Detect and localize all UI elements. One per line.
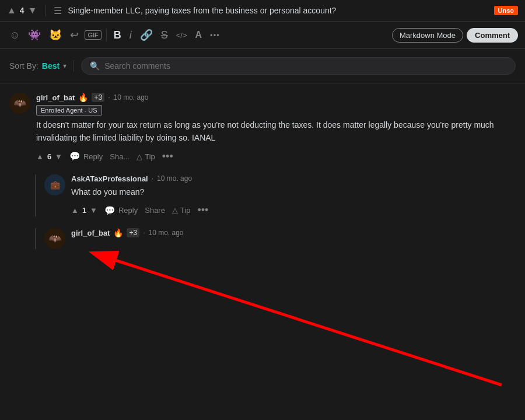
tip-icon: △: [136, 152, 142, 161]
third-avatar: 🦇: [44, 228, 65, 249]
reply-icon: 💬: [69, 151, 80, 162]
karma-badge: +3: [92, 93, 104, 102]
nested-separator: ·: [152, 174, 153, 183]
nested-username[interactable]: AskATaxProfessional: [71, 174, 148, 183]
tip-button[interactable]: △ Tip: [136, 152, 155, 161]
nested-vote-count: 1: [82, 206, 86, 215]
comment-actions: ▲ 6 ▼ 💬 Reply Sha... △ Tip •••: [36, 150, 516, 163]
reply-button[interactable]: 💬 Reply: [69, 151, 103, 162]
nested-upvote-icon[interactable]: ▲: [71, 206, 79, 215]
nested-comment-body: AskATaxProfessional · 10 mo. ago What do…: [71, 174, 516, 216]
third-timestamp: 10 mo. ago: [149, 229, 184, 237]
nested-vote-control: ▲ 1 ▼: [71, 206, 97, 215]
vote-control: ▲ 6 ▼: [36, 152, 62, 161]
comment-time: 10 mo. ago: [114, 93, 149, 102]
search-input[interactable]: [104, 61, 507, 71]
nested-reply-label: Reply: [118, 206, 138, 215]
post-title[interactable]: Single-member LLC, paying taxes from the…: [68, 6, 488, 15]
reddit-icon[interactable]: 🐱: [47, 26, 64, 44]
comment-item: 🦇 girl_of_bat 🔥 +3 · 10 mo. ago Enrolled…: [9, 93, 516, 163]
search-icon: 🔍: [90, 61, 100, 71]
comment-meta: girl_of_bat 🔥 +3 · 10 mo. ago: [36, 93, 516, 102]
avatar: 🦇: [9, 93, 30, 114]
comment-vote-count: 6: [47, 152, 51, 161]
share-button[interactable]: Sha...: [110, 152, 130, 161]
third-karma: +3: [127, 228, 139, 237]
comment-upvote-icon[interactable]: ▲: [36, 152, 44, 161]
third-avatar-image: 🦇: [44, 228, 65, 249]
link-icon[interactable]: 🔗: [138, 26, 155, 44]
nested-reply-button[interactable]: 💬 Reply: [104, 205, 138, 216]
downvote-icon[interactable]: ▼: [28, 5, 37, 16]
upvote-icon[interactable]: ▲: [7, 5, 16, 16]
nested-more-options-button[interactable]: •••: [198, 204, 209, 216]
third-comment-body: girl_of_bat 🔥 +3 · 10 mo. ago: [71, 228, 516, 249]
markdown-mode-button[interactable]: Markdown Mode: [392, 28, 463, 43]
sort-chevron-icon: ▾: [63, 62, 66, 70]
third-flair-icon: 🔥: [113, 228, 123, 237]
role-badge: Enrolled Agent - US: [36, 105, 102, 116]
unsolved-badge: Unso: [494, 6, 519, 15]
nested-comment-actions: ▲ 1 ▼ 💬 Reply Share △ Tip ••: [71, 204, 516, 216]
strikethrough-icon[interactable]: S: [159, 27, 170, 44]
nested-reply-icon: 💬: [104, 205, 116, 216]
third-separator: ·: [143, 229, 145, 237]
third-comment-meta: girl_of_bat 🔥 +3 · 10 mo. ago: [71, 228, 516, 237]
post-type-icon: ☰: [54, 5, 62, 16]
nested-timestamp: 10 mo. ago: [157, 174, 192, 183]
reply-label: Reply: [83, 152, 103, 161]
sort-search-bar: Sort By: Best ▾ 🔍: [0, 49, 525, 83]
emoji-icon[interactable]: ☺: [7, 27, 22, 44]
nested-avatar-image: 💼: [44, 174, 65, 195]
nested-share-button[interactable]: Share: [145, 206, 165, 215]
tip-label: Tip: [145, 152, 155, 161]
sort-label: Sort By:: [9, 61, 38, 71]
comment-body: girl_of_bat 🔥 +3 · 10 mo. ago Enrolled A…: [36, 93, 516, 163]
nested-downvote-icon[interactable]: ▼: [90, 206, 97, 215]
divider: [45, 5, 46, 16]
sort-value: Best: [42, 61, 60, 71]
third-comment-container: 🦇 girl_of_bat 🔥 +3 · 10 mo. ago: [35, 228, 516, 249]
svg-line-1: [108, 258, 502, 385]
nested-share-label: Share: [145, 206, 165, 215]
nested-tip-icon: △: [172, 206, 178, 215]
comment-downvote-icon[interactable]: ▼: [55, 152, 62, 161]
nested-tip-button[interactable]: △ Tip: [172, 206, 191, 215]
nested-comment-meta: AskATaxProfessional · 10 mo. ago: [71, 174, 516, 183]
sort-by-control[interactable]: Sort By: Best ▾: [9, 61, 66, 71]
undo-icon[interactable]: ↩: [68, 26, 81, 44]
superscript-icon[interactable]: A: [193, 27, 205, 43]
avatar-image: 🦇: [9, 93, 30, 114]
nested-tip-label: Tip: [180, 206, 191, 215]
flair-icon: 🔥: [78, 93, 88, 102]
third-username[interactable]: girl_of_bat: [71, 229, 110, 237]
code-icon[interactable]: </>: [174, 29, 190, 42]
italic-button[interactable]: i: [127, 27, 134, 44]
search-box[interactable]: 🔍: [81, 57, 516, 75]
third-comment-item: 🦇 girl_of_bat 🔥 +3 · 10 mo. ago: [44, 228, 516, 249]
nested-comment-container: 💼 AskATaxProfessional · 10 mo. ago What …: [35, 174, 516, 216]
vote-area: ▲ 4 ▼: [7, 5, 37, 16]
comment-submit-button[interactable]: Comment: [467, 28, 518, 43]
nested-comment-item: 💼 AskATaxProfessional · 10 mo. ago What …: [44, 174, 516, 216]
toolbar-separator: [106, 29, 107, 41]
comment-toolbar: ☺ 👾 🐱 ↩ GIF B i 🔗 S </> A ••• Markdown M…: [0, 22, 525, 49]
comments-section: 🦇 girl_of_bat 🔥 +3 · 10 mo. ago Enrolled…: [0, 83, 525, 270]
more-formatting-icon[interactable]: •••: [208, 29, 222, 42]
comment-timestamp: ·: [108, 93, 110, 102]
share-label: Sha...: [110, 152, 130, 161]
nested-comment-text: What do you mean?: [71, 186, 516, 198]
nested-avatar: 💼: [44, 174, 65, 195]
sort-search-divider: [74, 60, 74, 72]
comment-username[interactable]: girl_of_bat: [36, 93, 75, 102]
vote-count: 4: [20, 6, 24, 15]
gif-button[interactable]: GIF: [85, 30, 101, 40]
top-bar: ▲ 4 ▼ ☰ Single-member LLC, paying taxes …: [0, 0, 525, 22]
alien-icon[interactable]: 👾: [26, 26, 43, 44]
comment-text: It doesn't matter for your tax return as…: [36, 118, 516, 145]
bold-button[interactable]: B: [111, 27, 124, 44]
more-options-button[interactable]: •••: [162, 150, 173, 163]
